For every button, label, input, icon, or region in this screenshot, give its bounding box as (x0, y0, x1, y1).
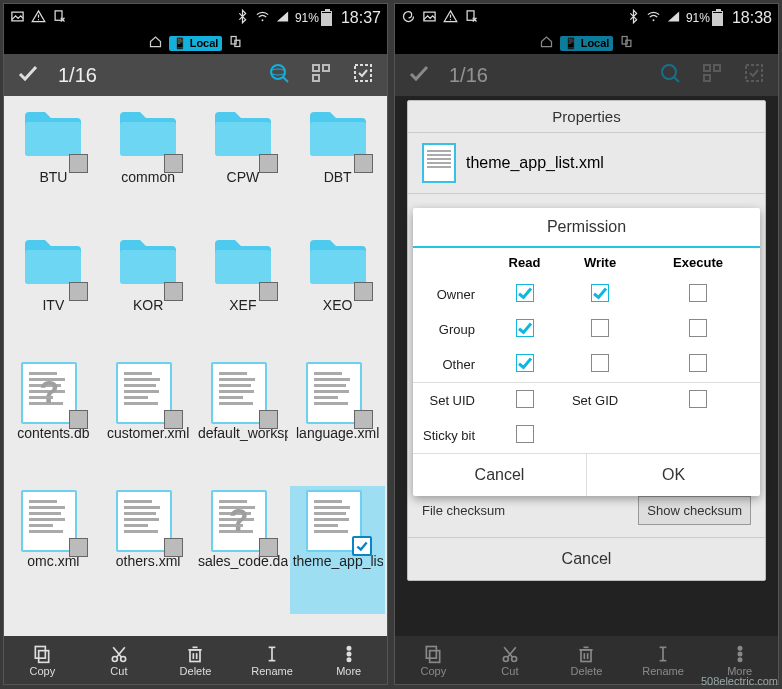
col-write: Write (564, 248, 636, 277)
confirm-selection-button (407, 61, 431, 89)
selection-bar: 1/16 (4, 54, 387, 96)
picture-icon (422, 9, 437, 27)
battery-percent: 91% (686, 11, 710, 25)
file-item[interactable]: default_workspace_ (196, 358, 291, 486)
selection-count: 1/16 (449, 64, 488, 87)
selected-check-icon (352, 536, 372, 556)
storage-tag[interactable]: 📱 Local (169, 36, 223, 51)
file-item[interactable]: others.xml (101, 486, 196, 614)
toolbar-label: Rename (642, 665, 684, 677)
picture-icon (10, 9, 25, 27)
folder-item[interactable]: XEF (196, 230, 291, 358)
search-web-icon[interactable] (267, 61, 291, 89)
setgid-checkbox[interactable] (689, 390, 707, 408)
folder-item[interactable]: CPW (196, 102, 291, 230)
screen-permissions: 91% 18:38 📱 Local 1/16 Properties t (395, 4, 778, 684)
folder-item[interactable]: BTU (6, 102, 101, 230)
status-bar: 91% 18:37 (4, 4, 387, 32)
confirm-selection-button[interactable] (16, 61, 40, 89)
folder-item[interactable]: ITV (6, 230, 101, 358)
item-label: theme_app_list.xml (293, 554, 383, 569)
permission-cancel-button[interactable]: Cancel (413, 454, 587, 496)
svg-rect-19 (310, 122, 366, 156)
col-execute: Execute (636, 248, 760, 277)
svg-rect-12 (313, 65, 319, 71)
svg-rect-13 (323, 65, 329, 71)
more-button[interactable]: More (310, 636, 387, 684)
svg-point-6 (261, 19, 263, 21)
permission-ok-button[interactable]: OK (587, 454, 760, 496)
bluetooth-icon (626, 9, 641, 27)
file-item[interactable]: ?sales_code.dat (196, 486, 291, 614)
perm-group-r-checkbox[interactable] (516, 319, 534, 337)
svg-point-71 (738, 652, 741, 655)
svg-rect-18 (215, 122, 271, 156)
perm-owner-r-checkbox[interactable] (516, 284, 534, 302)
properties-title: Properties (408, 101, 765, 133)
toolbar-label: Copy (420, 665, 446, 677)
show-checksum-button[interactable]: Show checksum (638, 496, 751, 525)
toolbar-label: Delete (180, 665, 212, 677)
cut-button[interactable]: Cut (81, 636, 158, 684)
perm-owner-w-checkbox[interactable] (591, 284, 609, 302)
svg-rect-53 (714, 65, 720, 71)
item-label: CPW (227, 170, 260, 185)
wifi-icon (255, 9, 270, 27)
file-item[interactable]: language.xml (290, 358, 385, 486)
svg-rect-25 (36, 646, 46, 658)
svg-point-40 (347, 658, 350, 661)
perm-other-x-checkbox[interactable] (689, 354, 707, 372)
col-read: Read (485, 248, 564, 277)
svg-line-10 (283, 77, 288, 82)
select-all-icon[interactable] (351, 61, 375, 89)
file-item[interactable]: theme_app_list.xml (290, 486, 385, 614)
toolbar-label: More (336, 665, 361, 677)
home-icon[interactable] (148, 34, 163, 52)
setuid-checkbox[interactable] (516, 390, 534, 408)
bottom-toolbar: CopyCutDeleteRenameMore (4, 636, 387, 684)
battery-percent: 91% (295, 11, 319, 25)
perm-owner-x-checkbox[interactable] (689, 284, 707, 302)
file-item[interactable]: omc.xml (6, 486, 101, 614)
watermark: 508electric.com (701, 675, 778, 687)
perm-row-label: Group (413, 312, 485, 347)
item-label: XEO (323, 298, 353, 313)
scan-icon[interactable] (309, 61, 333, 89)
selection-bar: 1/16 (395, 54, 778, 96)
perm-other-r-checkbox[interactable] (516, 354, 534, 372)
sticky-label: Sticky bit (413, 418, 485, 453)
screen-file-grid: 91% 18:37 📱 Local 1/16 BTUcommonCPWDBTIT… (4, 4, 387, 684)
perm-group-x-checkbox[interactable] (689, 319, 707, 337)
copy-button[interactable]: Copy (4, 636, 81, 684)
delete-button: Delete (548, 636, 625, 684)
selection-count: 1/16 (58, 64, 97, 87)
folder-item[interactable]: KOR (101, 230, 196, 358)
doc-x-icon (52, 9, 67, 27)
properties-cancel-button[interactable]: Cancel (408, 537, 765, 580)
wifi-icon (646, 9, 661, 27)
folder-item[interactable]: common (101, 102, 196, 230)
perm-other-w-checkbox[interactable] (591, 354, 609, 372)
svg-rect-57 (427, 646, 437, 658)
file-item[interactable]: ?contents.db (6, 358, 101, 486)
item-label: BTU (39, 170, 67, 185)
svg-rect-21 (120, 250, 176, 284)
sticky-checkbox[interactable] (516, 425, 534, 443)
svg-point-2 (38, 19, 39, 20)
svg-point-70 (738, 646, 741, 649)
folder-item[interactable]: XEO (290, 230, 385, 358)
folder-item[interactable]: DBT (290, 102, 385, 230)
svg-rect-52 (704, 65, 710, 71)
perm-group-w-checkbox[interactable] (591, 319, 609, 337)
search-web-icon (658, 61, 682, 89)
device-icon[interactable] (228, 34, 243, 52)
storage-tag: 📱 Local (560, 36, 614, 51)
rename-button[interactable]: Rename (234, 636, 311, 684)
delete-button[interactable]: Delete (157, 636, 234, 684)
properties-filename: theme_app_list.xml (466, 154, 604, 172)
setuid-label: Set UID (413, 383, 485, 419)
signal-icon (275, 9, 290, 27)
file-item[interactable]: customer.xml (101, 358, 196, 486)
doc-x-icon (464, 9, 479, 27)
item-label: DBT (324, 170, 352, 185)
